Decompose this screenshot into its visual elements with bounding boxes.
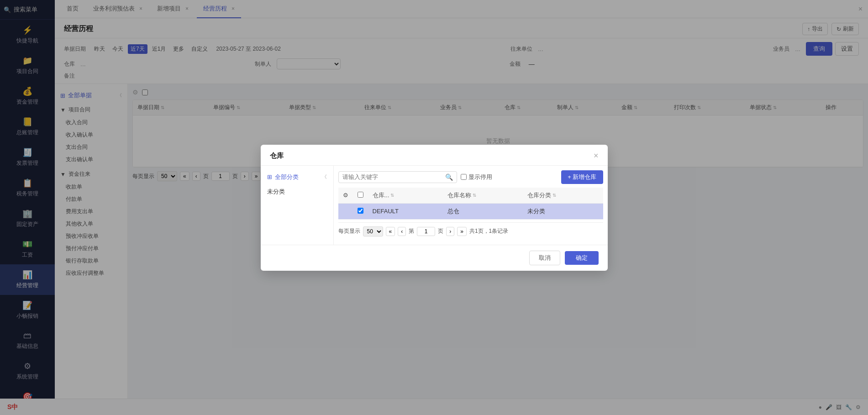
show-disabled-checkbox[interactable]	[461, 174, 467, 180]
row-check[interactable]	[353, 203, 368, 219]
modal-page-suffix: 页	[438, 227, 443, 235]
th-warehouse-category: 仓库分类⇅	[523, 188, 603, 204]
modal-left-unclassified[interactable]: 未分类	[261, 185, 333, 199]
modal-pagination: 每页显示 50 « ‹ 第 页 › » 共1页，1条记录	[338, 222, 603, 240]
modal-body: ⊞ 全部分类 《 未分类 🔍 显示停用	[261, 166, 608, 245]
show-disabled-label[interactable]: 显示停用	[461, 173, 492, 181]
row-category: 未分类	[523, 203, 603, 219]
modal-page-label: 第	[409, 227, 414, 235]
modal-left-item-label: 未分类	[267, 188, 285, 195]
modal-left-collapse[interactable]: 《	[322, 173, 327, 180]
modal-title: 仓库	[270, 152, 284, 160]
th-modal-gear: ⚙	[338, 188, 353, 204]
modal-right-panel: 🔍 显示停用 + 新增仓库 ⚙	[334, 166, 608, 245]
add-warehouse-button[interactable]: + 新增仓库	[561, 170, 603, 184]
warehouse-table: ⚙ 仓库...⇅ 仓库名称⇅ 仓库分类⇅ DEFAULT	[338, 188, 603, 220]
th-warehouse-name: 仓库名称⇅	[443, 188, 523, 204]
confirm-button[interactable]: 确定	[565, 251, 599, 265]
modal-search-icon[interactable]: 🔍	[445, 173, 453, 181]
modal-total-info: 共1页，1条记录	[469, 227, 508, 235]
modal-header: 仓库 ×	[261, 145, 608, 166]
modal-per-page-label: 每页显示	[338, 227, 360, 235]
row-checkbox[interactable]	[358, 208, 363, 214]
row-name: 总仓	[443, 203, 523, 219]
modal-grid-icon: ⊞	[267, 173, 272, 180]
table-row[interactable]: DEFAULT 总仓 未分类	[338, 203, 603, 219]
modal-search-box: 🔍	[338, 171, 457, 183]
modal-left-all-label: 全部分类	[275, 173, 299, 181]
modal-select-all[interactable]	[358, 192, 363, 198]
th-modal-check	[353, 188, 368, 204]
modal-pg-last[interactable]: »	[457, 227, 467, 236]
modal-table: ⚙ 仓库...⇅ 仓库名称⇅ 仓库分类⇅ DEFAULT	[338, 188, 603, 220]
row-code: DEFAULT	[368, 203, 443, 219]
th-warehouse-code: 仓库...⇅	[368, 188, 443, 204]
modal-pg-first[interactable]: «	[386, 227, 395, 236]
modal-pg-next[interactable]: ›	[446, 227, 454, 236]
modal-overlay: 仓库 × ⊞ 全部分类 《 未分类	[0, 0, 868, 415]
row-gear	[338, 203, 353, 219]
modal-footer: 取消 确定	[261, 245, 608, 271]
gear-icon-th[interactable]: ⚙	[343, 192, 348, 199]
modal-per-page-select[interactable]: 50	[363, 226, 383, 236]
modal-left-panel: ⊞ 全部分类 《 未分类	[261, 166, 334, 245]
modal-close-button[interactable]: ×	[594, 151, 599, 161]
cancel-button[interactable]: 取消	[529, 251, 560, 265]
modal-left-all[interactable]: ⊞ 全部分类 《	[261, 169, 333, 185]
warehouse-modal: 仓库 × ⊞ 全部分类 《 未分类	[261, 145, 608, 271]
modal-pg-input[interactable]	[417, 227, 435, 236]
modal-toolbar: 🔍 显示停用 + 新增仓库	[338, 170, 603, 184]
modal-pg-prev[interactable]: ‹	[398, 227, 406, 236]
modal-search-input[interactable]	[342, 173, 442, 180]
show-disabled-text: 显示停用	[468, 173, 492, 181]
